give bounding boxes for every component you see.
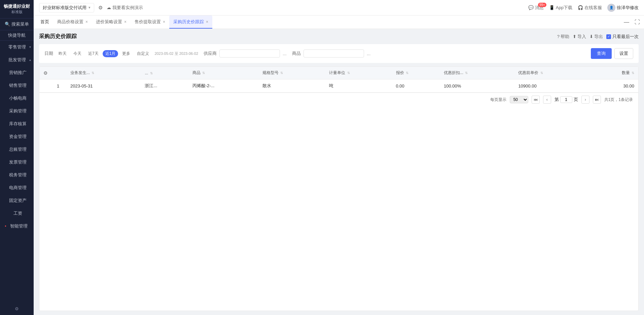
user-menu[interactable]: 👤 徐泽华修改: [607, 4, 639, 12]
sidebar-item-ledger[interactable]: 总账管理: [0, 143, 34, 156]
th-quote[interactable]: 报价 ⇅: [392, 67, 440, 79]
sidebar-item-marketing[interactable]: 营销推广: [0, 66, 34, 79]
sidebar-item-salary[interactable]: 工资: [0, 207, 34, 220]
date-opt-last7[interactable]: 近7天: [85, 50, 101, 57]
date-opt-custom[interactable]: 自定义: [134, 50, 152, 57]
content-area: 采购历史价跟踪 ? 帮助 ⬆ 导入 ⬇ 导出 ✓ 只看最后一次: [34, 29, 644, 315]
message-icon: 💬: [528, 5, 534, 10]
checkbox-checked-icon: ✓: [606, 34, 611, 39]
sidebar-item-wholesale[interactable]: 批发管理 ▴: [0, 54, 34, 66]
th-extra[interactable]: ... ⇅: [141, 67, 188, 79]
quick-nav-label: 快捷导航: [8, 33, 26, 38]
gear-icon: ⚙: [43, 70, 48, 76]
tab-label: 进价策略设置: [96, 19, 122, 25]
close-icon[interactable]: ×: [124, 20, 127, 24]
close-icon[interactable]: ×: [206, 20, 208, 24]
sidebar-item-smart[interactable]: 智能管理: [0, 220, 34, 233]
sidebar-item-finance[interactable]: 资金管理: [0, 130, 34, 143]
gear-icon: ⚙: [15, 306, 19, 311]
settings-button[interactable]: 设置: [614, 48, 633, 59]
product-name: 好业财标准版交付试用: [43, 5, 86, 11]
chevron-down-icon: ▾: [88, 5, 91, 10]
prev-page-btn[interactable]: ‹: [543, 96, 551, 104]
date-label: 日期: [44, 50, 53, 57]
td-quantity: 30.00: [590, 79, 638, 93]
app-download-btn[interactable]: 📱 App下载: [549, 5, 572, 11]
sort-icon: ⇅: [347, 71, 350, 75]
sidebar-item-invoice[interactable]: 发票管理: [0, 156, 34, 169]
tab-home[interactable]: 首页: [36, 15, 53, 29]
topbar-settings-icon[interactable]: ⚙: [98, 5, 103, 11]
table-body: 1 2023-05-31 浙江... 丙烯酸-2-... 散水 吨 0.00 1…: [39, 79, 638, 93]
td-extra: 浙江...: [141, 79, 188, 93]
th-spec[interactable]: 规格型号 ⇅: [258, 67, 325, 79]
filter-actions: 查询 设置: [591, 48, 633, 59]
messages-btn[interactable]: 💬 消息 99+: [528, 5, 544, 11]
per-page-select[interactable]: 20 50 100 200: [510, 96, 528, 103]
online-service-btn[interactable]: 🎧 在线客服: [578, 5, 602, 11]
tab-price[interactable]: 商品价格设置 ×: [53, 15, 92, 29]
goods-filter-group: 商品 ...: [292, 49, 371, 58]
date-opt-today[interactable]: 今天: [71, 50, 84, 57]
product-selector[interactable]: 好业财标准版交付试用 ▾: [39, 3, 94, 12]
import-link[interactable]: ⬆ 导入: [573, 34, 586, 40]
main-area: 好业财标准版交付试用 ▾ ⚙ ☁ 我要看实例演示 💬 消息 99+ 📱 App下…: [34, 0, 644, 315]
sidebar-footer-settings[interactable]: ⚙: [0, 302, 34, 315]
page-input[interactable]: [560, 96, 572, 103]
date-opt-last1month[interactable]: 近1月: [103, 50, 118, 57]
table-header-row: ⚙ 业务发生... ⇅ ... ⇅ 商品 ⇅ 规格型号 ⇅ 计量单位 ⇅ 报价 …: [39, 67, 638, 79]
next-page-btn[interactable]: ›: [581, 96, 589, 104]
th-gear[interactable]: ⚙: [39, 67, 53, 79]
sidebar-item-label: 税务管理: [5, 172, 31, 178]
supplier-more-icon[interactable]: ...: [283, 51, 287, 56]
goods-input[interactable]: [303, 49, 364, 58]
date-opt-more[interactable]: 更多: [119, 50, 133, 57]
sidebar-item-ecommerce-small[interactable]: 小畅电商: [0, 92, 34, 105]
date-opt-yesterday[interactable]: 昨天: [56, 50, 69, 57]
sidebar-item-retail[interactable]: 零售管理 ▾: [0, 41, 34, 54]
sidebar-search[interactable]: 🔍 搜索菜单: [0, 19, 34, 30]
app-icon: 📱: [549, 5, 554, 10]
sidebar-quick-nav[interactable]: 快捷导航: [0, 30, 34, 41]
sidebar-item-label: 批发管理: [5, 57, 29, 63]
th-biz-date[interactable]: 业务发生... ⇅: [66, 67, 141, 79]
tab-strategy[interactable]: 进价策略设置 ×: [92, 15, 131, 29]
sidebar-item-tax[interactable]: 税务管理: [0, 169, 34, 181]
only-last-checkbox-label[interactable]: ✓ 只看最后一次: [606, 34, 639, 40]
sidebar-item-assets[interactable]: 固定资产: [0, 194, 34, 207]
sidebar: 畅捷通好业财 标准版 🔍 搜索菜单 快捷导航 零售管理 ▾ 批发管理 ▴ 营销推…: [0, 0, 34, 315]
tab-purchase-history[interactable]: 采购历史价跟踪 ×: [169, 15, 212, 29]
chevron-up-icon: ▴: [29, 58, 31, 62]
th-goods[interactable]: 商品 ⇅: [188, 67, 258, 79]
sidebar-item-ecommerce[interactable]: 电商管理: [0, 181, 34, 194]
export-link[interactable]: ⬇ 导出: [589, 34, 603, 40]
query-button[interactable]: 查询: [591, 48, 612, 59]
goods-more-icon[interactable]: ...: [367, 51, 371, 56]
demo-link[interactable]: ☁ 我要看实例演示: [107, 5, 143, 11]
tab-sale-price[interactable]: 售价提取设置 ×: [131, 15, 169, 29]
close-icon[interactable]: ×: [85, 20, 88, 24]
date-filter-group: 日期 昨天 今天 近7天 近1月 更多 自定义 2023-05-02 至 202…: [44, 50, 198, 57]
first-page-btn[interactable]: ⏮: [532, 96, 540, 104]
th-discount[interactable]: 优惠折扣... ⇅: [440, 67, 514, 79]
date-range-display: 2023-05-02 至 2023-06-02: [154, 51, 198, 56]
topbar: 好业财标准版交付试用 ▾ ⚙ ☁ 我要看实例演示 💬 消息 99+ 📱 App下…: [34, 0, 644, 15]
app-edition: 标准版: [4, 9, 30, 14]
th-pre-discount-price[interactable]: 优惠前单价 ⇅: [514, 67, 590, 79]
help-link[interactable]: ? 帮助: [557, 34, 569, 40]
tab-label: 首页: [40, 19, 49, 25]
export-icon: ⬇: [589, 34, 593, 39]
page-current: 第 页: [554, 96, 578, 103]
th-quantity[interactable]: 数量 ⇅: [590, 67, 638, 79]
topbar-right: 💬 消息 99+ 📱 App下载 🎧 在线客服 👤 徐泽华修改: [528, 4, 639, 12]
tab-label: 采购历史价跟踪: [173, 19, 204, 25]
th-unit[interactable]: 计量单位 ⇅: [325, 67, 392, 79]
sidebar-item-purchase[interactable]: 采购管理: [0, 105, 34, 117]
sidebar-item-inventory[interactable]: 库存核算: [0, 117, 34, 130]
close-icon[interactable]: ×: [163, 20, 165, 24]
minimize-icon[interactable]: —: [622, 18, 631, 27]
last-page-btn[interactable]: ⏭: [593, 96, 601, 104]
supplier-input[interactable]: [219, 49, 280, 58]
sidebar-item-sales[interactable]: 销售管理: [0, 79, 34, 92]
maximize-icon[interactable]: ⛶: [633, 18, 641, 27]
